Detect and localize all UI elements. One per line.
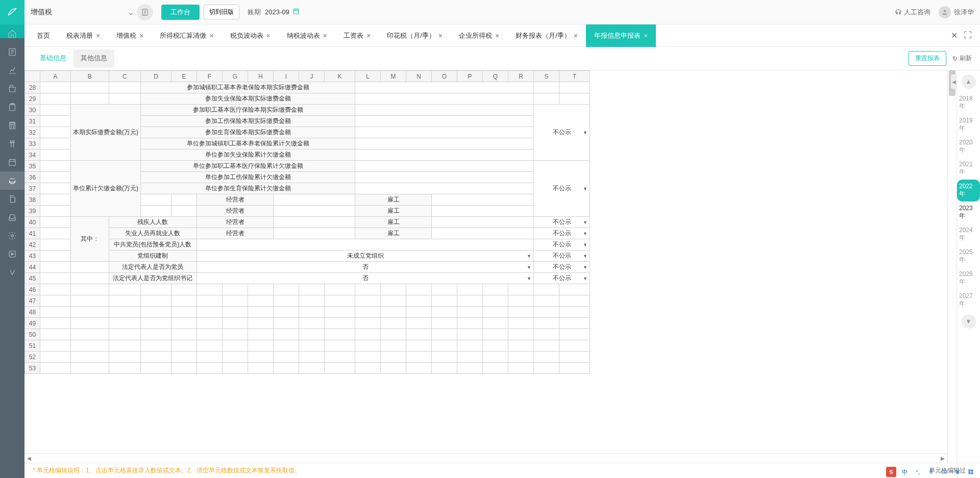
avatar[interactable]	[939, 6, 951, 18]
cell-R50[interactable]	[508, 329, 534, 340]
cell-O49[interactable]	[432, 318, 457, 329]
cell-A42[interactable]	[40, 239, 71, 250]
cell-F48[interactable]	[197, 307, 223, 318]
cell-Q51[interactable]	[483, 340, 508, 351]
scroll-left-icon[interactable]: ◀	[24, 454, 34, 463]
col-header-T[interactable]: T	[559, 71, 590, 82]
cell-R49[interactable]	[508, 318, 534, 329]
tab-close-icon[interactable]: ×	[438, 32, 443, 40]
cell-F52[interactable]	[197, 351, 223, 363]
ime-shirt-icon[interactable]	[952, 467, 963, 477]
cell-P51[interactable]	[457, 340, 483, 351]
col-header-J[interactable]: J	[299, 71, 325, 82]
cell-G47[interactable]	[223, 295, 248, 307]
cell-E52[interactable]	[172, 351, 197, 363]
cell-E53[interactable]	[172, 363, 197, 374]
cell-L30[interactable]	[355, 105, 534, 116]
tab-close-icon[interactable]: ×	[366, 32, 371, 40]
cell-K47[interactable]	[325, 295, 355, 307]
cell-A36[interactable]	[40, 172, 71, 183]
app-logo[interactable]	[0, 0, 24, 24]
cell-L36[interactable]	[355, 172, 534, 183]
cell-D51[interactable]	[141, 340, 172, 351]
col-header-S[interactable]: S	[534, 71, 559, 82]
col-header-O[interactable]: O	[432, 71, 457, 82]
tab-税负波动表[interactable]: 税负波动表×	[222, 24, 279, 47]
cell-H49[interactable]	[248, 318, 274, 329]
calc-icon[interactable]	[0, 116, 24, 135]
row-header-40[interactable]: 40	[25, 217, 40, 228]
ime-s-icon[interactable]: S	[886, 467, 896, 477]
subtab-其他信息[interactable]: 其他信息	[74, 49, 114, 68]
cell-O52[interactable]	[432, 351, 457, 363]
doc-icon[interactable]	[137, 4, 153, 20]
cell-Q49[interactable]	[483, 318, 508, 329]
cell-L34[interactable]	[355, 149, 534, 161]
cell-I50[interactable]	[274, 329, 299, 340]
cell-A37[interactable]	[40, 183, 71, 194]
cell-I51[interactable]	[274, 340, 299, 351]
cell-Q52[interactable]	[483, 351, 508, 363]
cell-B48[interactable]	[71, 307, 109, 318]
cell-F50[interactable]	[197, 329, 223, 340]
cell-B29[interactable]	[71, 93, 109, 105]
cell-T50[interactable]	[559, 329, 590, 340]
cell-M48[interactable]	[381, 307, 406, 318]
cell-T48[interactable]	[559, 307, 590, 318]
cell-L51[interactable]	[355, 340, 381, 351]
cell-C53[interactable]	[109, 363, 140, 374]
tab-close-icon[interactable]: ×	[574, 32, 578, 40]
tab-close-icon[interactable]: ×	[644, 32, 648, 40]
row-header-42[interactable]: 42	[25, 239, 40, 250]
cell-A41[interactable]	[40, 228, 71, 239]
col-header-L[interactable]: L	[355, 71, 381, 82]
cell-H53[interactable]	[248, 363, 274, 374]
tab-所得税汇算清缴[interactable]: 所得税汇算清缴×	[152, 24, 222, 47]
cell-I46[interactable]	[274, 284, 299, 295]
row-header-44[interactable]: 44	[25, 262, 40, 273]
tab-财务报表（月/季）[interactable]: 财务报表（月/季）×	[507, 24, 586, 47]
cell-A51[interactable]	[40, 340, 71, 351]
cell-T47[interactable]	[559, 295, 590, 307]
report-icon[interactable]	[0, 43, 24, 61]
tab-首页[interactable]: 首页	[29, 24, 58, 47]
cell-L29[interactable]	[355, 93, 534, 105]
cell-K52[interactable]	[325, 351, 355, 363]
cell-K49[interactable]	[325, 318, 355, 329]
cell-E48[interactable]	[172, 307, 197, 318]
row-header-33[interactable]: 33	[25, 138, 40, 149]
cell-H48[interactable]	[248, 307, 274, 318]
cell-D46[interactable]	[141, 284, 172, 295]
cell-P50[interactable]	[457, 329, 483, 340]
row-header-49[interactable]: 49	[25, 318, 40, 329]
cell-S30[interactable]: 不公示▼	[534, 105, 590, 161]
cell-R51[interactable]	[508, 340, 534, 351]
cell-I39[interactable]	[274, 206, 355, 217]
cell-D48[interactable]	[141, 307, 172, 318]
col-header-M[interactable]: M	[381, 71, 406, 82]
chart-icon[interactable]	[0, 61, 24, 80]
cell-J50[interactable]	[299, 329, 325, 340]
cell-S29[interactable]	[534, 93, 559, 105]
col-header-Q[interactable]: Q	[483, 71, 508, 82]
cell-I48[interactable]	[274, 307, 299, 318]
play-icon[interactable]	[0, 245, 24, 263]
row-header-30[interactable]: 30	[25, 105, 40, 116]
cell-J49[interactable]	[299, 318, 325, 329]
cell-M52[interactable]	[381, 351, 406, 363]
cell-S53[interactable]	[534, 363, 559, 374]
cell-D47[interactable]	[141, 295, 172, 307]
cell-M50[interactable]	[381, 329, 406, 340]
cell-L28[interactable]	[355, 82, 534, 93]
col-header-I[interactable]: I	[274, 71, 299, 82]
cell-E39[interactable]	[172, 206, 197, 217]
bowl-icon[interactable]	[0, 171, 24, 190]
cell-E51[interactable]	[172, 340, 197, 351]
year-2019年[interactable]: 2019年	[957, 114, 980, 136]
inbox-icon[interactable]	[0, 208, 24, 227]
account-selector[interactable]: 增值税 ⌵	[31, 8, 133, 17]
cell-D38[interactable]	[141, 194, 172, 206]
cell-B49[interactable]	[71, 318, 109, 329]
cell-D53[interactable]	[141, 363, 172, 374]
cell-H52[interactable]	[248, 351, 274, 363]
